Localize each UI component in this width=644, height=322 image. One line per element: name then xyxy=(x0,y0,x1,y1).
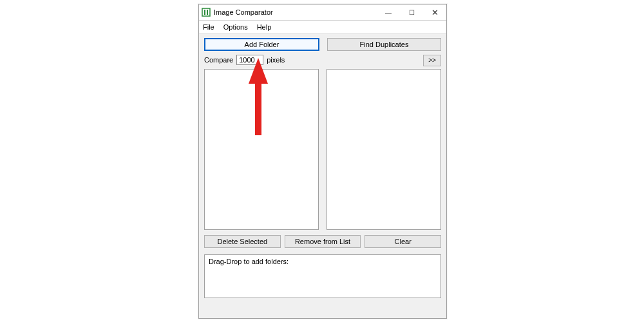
menu-help[interactable]: Help xyxy=(257,23,272,31)
content-area: Add Folder Find Duplicates Compare pixel… xyxy=(199,34,446,302)
svg-rect-2 xyxy=(207,10,208,15)
compare-unit-label: pixels xyxy=(267,56,285,64)
menu-file[interactable]: File xyxy=(203,23,214,31)
compare-label: Compare xyxy=(204,56,233,64)
close-button[interactable]: ✕ xyxy=(423,5,446,20)
titlebar[interactable]: Image Comparator — ☐ ✕ xyxy=(199,5,446,21)
window-title: Image Comparator xyxy=(214,8,273,16)
add-folder-button[interactable]: Add Folder xyxy=(204,38,319,51)
maximize-button[interactable]: ☐ xyxy=(400,5,423,20)
action-button-row: Delete Selected Remove from List Clear xyxy=(204,235,441,248)
right-panel[interactable] xyxy=(327,69,441,230)
menubar: File Options Help xyxy=(199,21,446,34)
drop-zone-label: Drag-Drop to add folders: xyxy=(209,258,289,265)
minimize-button[interactable]: — xyxy=(377,5,400,20)
delete-selected-button[interactable]: Delete Selected xyxy=(204,235,281,248)
app-icon xyxy=(202,8,211,17)
window-controls: — ☐ ✕ xyxy=(377,5,446,20)
top-button-row: Add Folder Find Duplicates xyxy=(204,38,441,51)
compare-input[interactable] xyxy=(236,55,263,65)
panels-row xyxy=(204,69,441,230)
compare-row: Compare pixels >> xyxy=(204,55,441,65)
left-panel[interactable] xyxy=(204,69,319,230)
menu-options[interactable]: Options xyxy=(223,23,248,31)
find-duplicates-button[interactable]: Find Duplicates xyxy=(327,38,441,51)
remove-from-list-button[interactable]: Remove from List xyxy=(285,235,361,248)
app-window: Image Comparator — ☐ ✕ File Options Help… xyxy=(198,4,447,319)
svg-rect-0 xyxy=(202,8,210,16)
drop-zone[interactable]: Drag-Drop to add folders: xyxy=(204,254,441,298)
svg-rect-1 xyxy=(204,10,205,15)
clear-button[interactable]: Clear xyxy=(365,235,441,248)
expand-button[interactable]: >> xyxy=(423,55,441,66)
